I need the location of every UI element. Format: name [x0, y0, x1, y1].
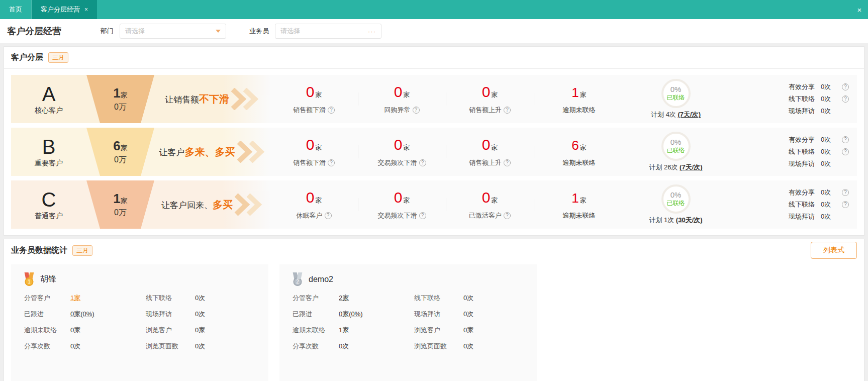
stat-label-text: 回购异常 [384, 106, 411, 115]
stat-value: 0 [306, 83, 315, 100]
list-view-button[interactable]: 列表式 [811, 242, 857, 259]
stat-value-link[interactable]: 0家 [195, 326, 255, 335]
help-icon[interactable]: ? [842, 148, 849, 155]
tier-slogan: 让销售额不下滑 [154, 88, 270, 110]
mini-label: 有效分享 [789, 188, 818, 197]
stat-number: 0家 [358, 136, 446, 156]
slogan-accent: 多买 [213, 199, 233, 210]
stat-value-link[interactable]: 0家(0%) [70, 310, 146, 319]
tier-row-b: B 重要客户 6家 0万 让客户多来、多买 0家 销售额下滑? 0家 交易频次下… [11, 128, 857, 176]
page-header: 客户分层经营 部门 请选择 业务员 请选择 ··· [0, 19, 868, 43]
mini-value: 0次 [821, 107, 839, 116]
help-icon[interactable]: ? [328, 159, 335, 166]
plan-text: 计划 4次 [651, 111, 678, 118]
tier-identity: C 普通客户 [11, 188, 86, 221]
page-title: 客户分层经营 [7, 25, 61, 37]
help-icon[interactable]: ? [413, 107, 420, 114]
plan-frequency-link[interactable]: (30天/次) [676, 216, 703, 224]
tier-count-unit: 家 [121, 91, 128, 99]
help-icon[interactable]: ? [504, 159, 511, 166]
help-icon[interactable]: ? [842, 96, 849, 103]
stat-number: 0家 [446, 83, 534, 104]
close-icon[interactable]: × [851, 0, 868, 19]
mini-value: 0次 [821, 188, 839, 197]
help-icon[interactable]: ? [504, 107, 511, 114]
mini-label: 现场拜访 [789, 159, 818, 168]
stat-value-link[interactable]: 0家 [70, 326, 146, 335]
mini-value: 0次 [821, 82, 839, 91]
stat-unit: 家 [315, 197, 322, 204]
mini-label: 有效分享 [789, 135, 818, 144]
contact-progress: 0% 已联络 计划 4次 (7天/次) [624, 79, 727, 119]
stat-number: 0家 [270, 189, 358, 209]
tab-label: 客户分层经营 [41, 5, 80, 14]
help-icon[interactable]: ? [328, 107, 335, 114]
plan-frequency-link[interactable]: (7天/次) [678, 111, 701, 118]
tab-close-icon[interactable]: × [84, 6, 88, 13]
stat-label: 分管客户 [293, 294, 339, 303]
mini-value: 0次 [821, 94, 839, 104]
stat-value-link[interactable]: 0家(0%) [339, 310, 414, 319]
stat-number: 0家 [270, 83, 358, 104]
tier-letter: C [11, 188, 86, 211]
salesman-stats-panel: 业务员数据统计 三月 列表式 1 胡锋 分管客户1家 线下联络0次 已跟进0家(… [4, 239, 864, 381]
tier-amount: 0万 [114, 155, 127, 165]
contact-plan: 计划 1次 (30天/次) [624, 216, 727, 225]
mini-label: 线下联络 [789, 147, 818, 156]
tab-home[interactable]: 首页 [0, 0, 32, 19]
stat-number: 0家 [270, 136, 358, 156]
stat-label-text: 销售额上升 [469, 158, 502, 167]
plan-frequency-link[interactable]: (7天/次) [680, 163, 703, 171]
slogan-accent: 多来、多买 [185, 146, 235, 157]
stat-label: 浏览客户 [146, 326, 195, 335]
help-icon[interactable]: ? [842, 83, 849, 90]
stat-label: 线下联络 [146, 294, 195, 303]
stat-value-link[interactable]: 1家 [339, 326, 414, 335]
help-icon[interactable]: ? [419, 159, 426, 166]
stat-label: 回购异常? [358, 106, 446, 115]
stat-label: 分享次数 [293, 342, 339, 351]
stat-label: 销售额下滑? [270, 158, 358, 167]
help-icon[interactable]: ? [419, 212, 426, 219]
tier-identity: A 核心客户 [11, 83, 86, 115]
tier-name: 重要客户 [11, 159, 86, 168]
contact-plan: 计划 4次 (7天/次) [624, 110, 727, 119]
stat-value-link[interactable]: 2家 [339, 294, 414, 303]
mini-label: 现场拜访 [789, 212, 818, 221]
stat-overdue-contact: 1家 逾期未联络 [534, 84, 624, 115]
stat-unit: 家 [491, 144, 498, 151]
salesman-name: 胡锋 [40, 274, 56, 284]
help-icon[interactable]: ? [842, 189, 849, 196]
tier-slogan: 让客户回来、多买 [154, 194, 270, 216]
tier-slogan: 让客户多来、多买 [154, 141, 270, 163]
stat-value: 1 [571, 85, 578, 100]
department-placeholder: 请选择 [125, 27, 145, 36]
arrow-right-icon [234, 194, 263, 216]
tab-customer-tiering[interactable]: 客户分层经营 × [32, 0, 97, 19]
stat-value: 0次 [463, 310, 524, 319]
help-icon[interactable]: ? [504, 212, 511, 219]
rank-number: 2 [294, 277, 302, 286]
help-icon[interactable]: ? [325, 212, 332, 219]
stat-value-link[interactable]: 0家 [463, 326, 524, 335]
salesman-label: 业务员 [249, 27, 269, 36]
tier-count: 6家 [113, 138, 127, 154]
stat-label: 分享次数 [24, 342, 70, 351]
stat-value: 0 [306, 189, 315, 206]
stat-label-text: 已激活客户 [469, 211, 502, 220]
stat-label: 休眠客户? [270, 211, 358, 220]
chevron-down-icon [216, 30, 221, 33]
department-select[interactable]: 请选择 [120, 24, 226, 39]
mini-value: 0次 [821, 135, 839, 144]
stat-value-link[interactable]: 1家 [70, 294, 146, 303]
tier-amount: 0万 [114, 208, 127, 218]
salesman-select[interactable]: 请选择 ··· [275, 24, 381, 39]
salesman-cards: 1 胡锋 分管客户1家 线下联络0次 已跟进0家(0%) 现场拜访0次 逾期未联… [4, 261, 864, 381]
stat-label: 浏览客户 [414, 326, 463, 335]
stat-unit: 家 [491, 197, 498, 204]
stat-value: 1 [571, 190, 578, 206]
stat-value: 0 [482, 189, 491, 206]
help-icon[interactable]: ? [842, 136, 849, 143]
help-icon[interactable]: ? [842, 201, 849, 208]
stat-label: 交易频次下滑? [358, 158, 446, 167]
